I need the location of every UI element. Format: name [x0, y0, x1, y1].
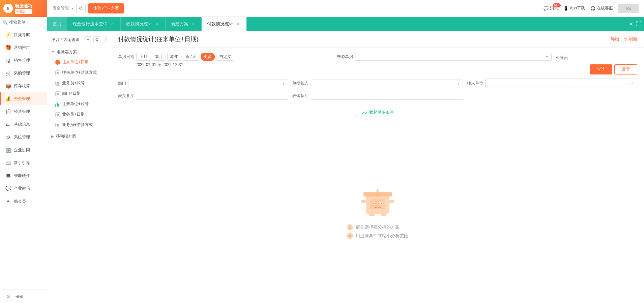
logo-icon: 6 [3, 4, 13, 13]
group-arrow-down: ▼ [51, 50, 55, 54]
scheme-item-staff-account[interactable]: ▦ 业务员+账号 [47, 78, 111, 88]
date-btn-custom[interactable]: 自定义 [216, 53, 234, 61]
scheme-item-unit-account-label: 往来单位+账号 [62, 101, 89, 107]
footer-collapse-icon[interactable]: ◀◀ [15, 292, 23, 300]
bill-status-filter: 单据状态 ▾ [292, 80, 463, 87]
sidebar-item-shortcut[interactable]: ⚡ 快捷导航 [0, 28, 47, 41]
tab-new-scheme[interactable]: 新建方案 ✕ [166, 17, 202, 31]
scheme-item-unit-date[interactable]: 往来单位+日期 [47, 57, 111, 67]
date-btn-last-month[interactable]: 上月 [136, 53, 150, 61]
tab-payment-close[interactable]: ✕ [235, 21, 241, 27]
sidebar-item-guide[interactable]: 📖 新手引导 [0, 156, 47, 169]
tab-payment[interactable]: 付款情况统计 ✕ [202, 17, 246, 31]
date-options: 上月 本月 本年 近7天 更多 自定义 [136, 53, 234, 61]
sidebar-item-enterprise[interactable]: 🏢 企业协同 [0, 144, 47, 156]
bill-status-select[interactable]: ▾ [311, 80, 463, 87]
scheme-group-desktop-title[interactable]: ▼ 电脑端方案 [47, 47, 111, 57]
filter-settings-btn[interactable]: 设置 [614, 64, 637, 74]
date-btn-more[interactable]: 更多 [201, 53, 215, 61]
topbar-settings-btn[interactable]: ⚙ [76, 4, 86, 13]
export-btn[interactable]: ↑ 导出 [607, 36, 620, 42]
scheme-add-btn[interactable]: + [85, 36, 91, 43]
empty-tip1-text: 请先选择要分析的方案 [356, 224, 400, 230]
sidebar-item-wechat[interactable]: 💬 企业微信 [0, 182, 47, 195]
tab-new-scheme-close[interactable]: ✕ [191, 21, 196, 27]
page-header-actions: ↑ 导出 ↺ 刷新 [607, 36, 638, 42]
mobile-group-arrow: ▶ [51, 134, 54, 138]
scheme-item-staff-settle[interactable]: ▦ 业务员+结算方式 [47, 120, 111, 130]
scheme-item-grid-icon5: ▦ [55, 123, 60, 127]
header-note-filter: 表头备注 [118, 92, 288, 100]
message-action[interactable]: 💬 消息 99+ [544, 5, 558, 11]
query-btns: 查询 设置 [590, 64, 637, 74]
sidebar-item-inventory[interactable]: 📦 库存核算 [0, 80, 47, 92]
scheme-collapse-btn[interactable]: 《 [102, 37, 107, 43]
sidebar-item-label: 库存核算 [14, 83, 30, 89]
tab-home-label: 首页 [53, 21, 61, 27]
collapse-conditions-label: 收起更多条件 [369, 110, 393, 115]
scheme-item-dept-date[interactable]: ▦ 部门+日期 [47, 88, 111, 99]
tab-receipt-close[interactable]: ✕ [154, 21, 160, 27]
sidebar-item-member[interactable]: ✦ 畅会员 [0, 195, 47, 208]
app-action[interactable]: 📱 App下载 [563, 5, 585, 11]
dept-arrow-icon: ▾ [283, 82, 285, 85]
tab-cashflow-close[interactable]: ✕ [110, 21, 115, 27]
scheme-item-grid-icon1: ▦ [55, 70, 60, 75]
user-avatar[interactable]: Rit [618, 4, 639, 13]
sidebar-item-operations[interactable]: 📋 经营管理 [0, 105, 47, 118]
bill-status-arrow-icon: ▾ [458, 82, 459, 85]
bill-status-label: 单据状态 [292, 81, 309, 86]
search-icon: 🔍 [3, 20, 8, 25]
service-icon: 🎧 [590, 6, 595, 11]
scheme-settings-btn[interactable]: ⚙ [93, 36, 100, 43]
tabbar-expand-icon[interactable]: ⛶ [636, 21, 641, 27]
query-btn[interactable]: 查询 [590, 64, 612, 74]
topbar-dropdown-icon[interactable]: ▾ [71, 6, 74, 11]
staff-query-section: 业务员 ··· 查询 设置 [556, 53, 637, 74]
tab-cashflow[interactable]: 现金银行流水查询 ✕ [67, 17, 121, 31]
footer-settings-icon[interactable]: ⚙ [4, 292, 12, 300]
refresh-btn[interactable]: ↺ 刷新 [623, 36, 637, 42]
scheme-item-circle-icon [55, 60, 60, 65]
sidebar-item-basic[interactable]: 🗂 基础信息 [0, 118, 47, 131]
date-btn-this-month[interactable]: 本月 [152, 53, 166, 61]
sidebar-item-purchase[interactable]: 🛒 采购管理 [0, 67, 47, 80]
header-note-input[interactable] [136, 92, 288, 100]
collapse-bar: ∧∧ 收起更多条件 [111, 105, 644, 120]
scheme-group-mobile-title[interactable]: ▶ 移动端方案 [47, 131, 111, 141]
scheme-item-unit-account[interactable]: 往来单位+账号 [47, 99, 111, 109]
collapse-conditions-btn[interactable]: ∧∧ 收起更多条件 [356, 108, 399, 117]
staff-select[interactable]: ··· [570, 53, 637, 62]
dept-select[interactable]: ▾ [128, 80, 288, 87]
empty-tip2: 2 用过滤条件来缩小分析范围 [347, 233, 408, 239]
tab-receipt[interactable]: 收款情况统计 ✕ [121, 17, 166, 31]
scheme-item-unit-settle[interactable]: ▦ 往来单位+结算方式 [47, 67, 111, 78]
scheme-item-staff-date[interactable]: ▦ 业务员+日期 [47, 109, 111, 120]
sidebar-item-sales[interactable]: 📊 销售管理 [0, 54, 47, 67]
source-select[interactable]: ▾ [355, 53, 552, 61]
partner-label: 往来单位 [467, 81, 483, 86]
tabbar-close-icon[interactable]: ✕ [629, 21, 633, 27]
svg-rect-12 [369, 213, 375, 216]
sidebar-nav: ⚡ 快捷导航 🎁 营销推广 📊 销售管理 🛒 采购管理 📦 库存核算 💰 资金管… [0, 28, 47, 289]
body-note-input[interactable] [311, 92, 463, 100]
partner-select[interactable]: ··· [485, 79, 637, 88]
date-btn-this-year[interactable]: 本年 [167, 53, 181, 61]
service-action[interactable]: 🎧 在线客服 [590, 5, 613, 11]
body-note-filter: 表体备注 [292, 92, 463, 100]
app-icon: 📱 [563, 6, 568, 11]
tab-home[interactable]: 首页 [47, 17, 67, 31]
sidebar-item-label: 智能硬件 [14, 173, 30, 179]
trial-btn[interactable]: 体验行业方案 [88, 3, 124, 13]
scheme-item-staff-account-label: 业务员+账号 [62, 80, 85, 86]
sidebar-item-finance[interactable]: 💰 资金管理 [0, 92, 47, 105]
sidebar-item-system[interactable]: ⚙ 系统管理 [0, 131, 47, 144]
date-btn-7days[interactable]: 近7天 [183, 53, 199, 61]
sidebar-search[interactable]: 🔍 搜索菜单 [0, 17, 47, 28]
sidebar-header: 6 畅捷通巧 标准版 [0, 0, 47, 17]
empty-state: 1 请先选择要分析的方案 2 用过滤条件来缩小分析范围 [111, 120, 644, 303]
sidebar-item-hardware[interactable]: 💻 智能硬件 [0, 169, 47, 182]
scheme-panel-header: 按以下方案查询 + ⚙ 《 [47, 34, 111, 46]
sidebar-item-marketing[interactable]: 🎁 营销推广 [0, 41, 47, 54]
svg-point-9 [377, 189, 379, 191]
